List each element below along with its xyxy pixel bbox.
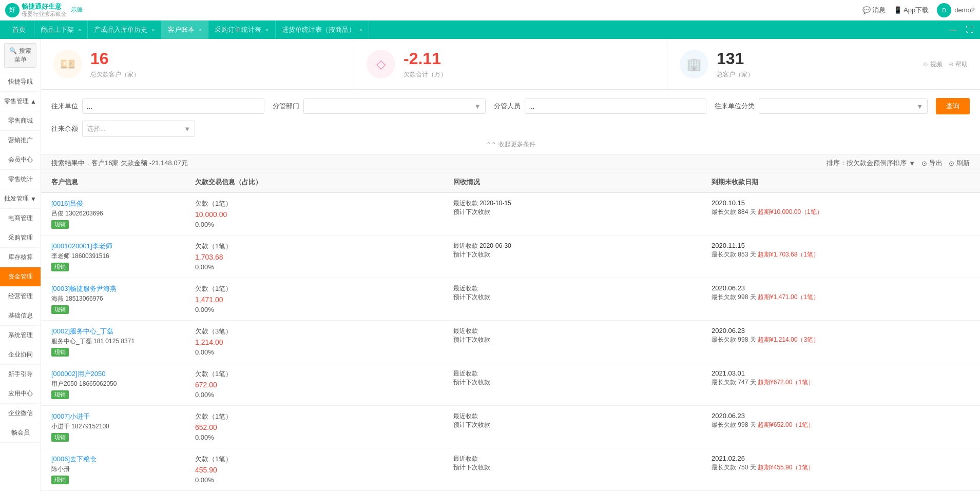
sidebar-item-basic-info[interactable]: 基础信息 <box>0 306 41 326</box>
table-row: [000001]黄思源 黄思源 13552700226 现销 欠款（1笔） 42… <box>41 491 980 493</box>
filter-category-select[interactable]: ▼ <box>759 98 928 114</box>
overdue-days-6: 最长欠款 998 天 超期¥652.00（1笔） <box>712 421 970 429</box>
maximize-btn[interactable]: ⛶ <box>964 25 976 34</box>
next-collection-3: 预计下次收款 <box>453 293 712 302</box>
filter-manager-input[interactable]: ... <box>525 98 707 114</box>
customer-info-7: [0006]去下粮仓 陈小册 现销 <box>51 455 195 484</box>
overdue-amount-6[interactable]: 超期¥652.00（1笔） <box>758 421 814 428</box>
app-download-btn[interactable]: 📱 App下载 <box>894 6 929 15</box>
tab-purchase-order[interactable]: 采购订单统计表 × <box>208 21 275 39</box>
overdue-amount-3[interactable]: 超期¥1,471.00（1笔） <box>758 293 819 301</box>
next-collection-7: 预计下次收款 <box>453 463 712 472</box>
due-info-1: 2020.10.15 最长欠款 884 天 超期¥10,000.00（1笔） <box>712 199 970 216</box>
query-button[interactable]: 查询 <box>936 98 970 114</box>
sidebar-item-member[interactable]: 会员中心 <box>0 150 41 170</box>
close-icon[interactable]: × <box>265 27 268 33</box>
overdue-amount-1[interactable]: 超期¥10,000.00（1笔） <box>758 208 823 215</box>
debt-ratio-5: 0.00% <box>195 391 453 399</box>
overdue-amount-7[interactable]: 超期¥455.90（1笔） <box>758 464 814 471</box>
minimize-btn[interactable]: — <box>947 25 959 34</box>
overdue-amount-4[interactable]: 超期¥1,214.00（3笔） <box>758 336 819 343</box>
collection-info-2: 最近收款 2020-06-30 预计下次收款 <box>453 242 712 259</box>
top-bar-left: 好 畅捷通好生意 母婴行业演示账套 示账 <box>5 3 83 17</box>
sidebar-item-wechat[interactable]: 企业微信 <box>0 404 41 423</box>
customer-name-6[interactable]: [0007]小进干 <box>51 412 195 421</box>
sidebar-item-marketing[interactable]: 营销推广 <box>0 131 41 150</box>
sidebar-item-operations[interactable]: 经营管理 <box>0 287 41 306</box>
stat-label-3: 总客户（家） <box>717 70 915 79</box>
sidebar-item-retail-mall[interactable]: 零售商城 <box>0 111 41 131</box>
tab-home[interactable]: 首页 <box>4 21 34 39</box>
sidebar-item-wholesale[interactable]: 批发管理▼ <box>0 189 41 209</box>
sidebar-item-cooperation[interactable]: 企业协同 <box>0 345 41 365</box>
debt-ratio-4: 0.00% <box>195 348 453 356</box>
overdue-amount-2[interactable]: 超期¥1,703.68（1笔） <box>758 251 819 258</box>
message-btn[interactable]: 💬 消息 <box>862 6 886 15</box>
close-icon[interactable]: × <box>199 27 202 33</box>
overdue-days-2: 最长欠款 853 天 超期¥1,703.68（1笔） <box>712 250 970 259</box>
col-header-collection: 回收情况 <box>453 178 712 187</box>
export-btn[interactable]: ⊙ 导出 <box>921 159 943 168</box>
sidebar-item-retail-stat[interactable]: 零售统计 <box>0 170 41 189</box>
due-date-5: 2021.03.01 <box>712 369 970 377</box>
debt-amount-3: 1,471.00 <box>195 295 453 304</box>
customer-name-3[interactable]: [0003]畅捷服务尹海燕 <box>51 284 195 293</box>
sidebar-item-guide[interactable]: 新手引导 <box>0 365 41 384</box>
debt-amount-4: 1,214.00 <box>195 338 453 346</box>
filter-department: 分管部门 ▼ <box>273 98 486 114</box>
due-date-7: 2021.02.26 <box>712 455 970 462</box>
collection-info-7: 最近收款 预计下次收款 <box>453 455 712 472</box>
sidebar-item-finance[interactable]: 资金管理 <box>0 267 41 287</box>
logo-area: 好 畅捷通好生意 母婴行业演示账套 <box>5 3 67 17</box>
video-btn[interactable]: ⊙ 视频 <box>923 60 942 69</box>
sidebar-item-inventory[interactable]: 库存核算 <box>0 248 41 267</box>
results-summary: 搜索结果中，客户16家 欠款金额 -21,148.07元 <box>51 159 188 168</box>
menu-toggle[interactable]: 示账 <box>71 6 83 14</box>
customer-name-2[interactable]: [0001020001]李老师 <box>51 242 195 251</box>
debt-amount-6: 652.00 <box>195 423 453 431</box>
sidebar-item-quicknav[interactable]: 快捷导航 <box>0 72 41 92</box>
customer-name-7[interactable]: [0006]去下粮仓 <box>51 455 195 464</box>
customer-phone-1: 吕俊 13026203696 <box>51 209 195 218</box>
results-info-bar: 搜索结果中，客户16家 欠款金额 -21,148.07元 排序：按欠款金额倒序排… <box>41 154 980 172</box>
user-menu[interactable]: D demo2 <box>937 3 975 17</box>
sidebar-item-retail-mgmt[interactable]: 零售管理▲ <box>0 92 41 111</box>
sidebar-item-changhui[interactable]: 畅会员 <box>0 423 41 443</box>
help-btn[interactable]: ⊙ 帮助 <box>949 60 968 69</box>
collapse-btn[interactable]: ⌃⌃ 收起更多条件 <box>486 140 535 149</box>
stat-number-3: 131 <box>717 49 915 68</box>
manager-dots-icon: ... <box>529 103 535 110</box>
sidebar-item-system[interactable]: 系统管理 <box>0 326 41 345</box>
filter-area: 往来单位 ... 分管部门 ▼ 分管人员 ... <box>41 90 980 154</box>
sidebar-item-ecommerce[interactable]: 电商管理 <box>0 209 41 228</box>
tab-incoming-stat[interactable]: 进货单统计表（按商品） × <box>276 21 369 39</box>
main-layout: 🔍 搜索菜单 快捷导航 零售管理▲ 零售商城 营销推广 会员中心 零售统计 批发… <box>0 39 980 493</box>
sidebar-item-appstore[interactable]: 应用中心 <box>0 384 41 404</box>
close-icon[interactable]: × <box>359 27 362 33</box>
filter-department-select[interactable]: ▼ <box>303 98 486 114</box>
close-icon[interactable]: × <box>78 27 81 33</box>
search-menu-btn[interactable]: 🔍 搜索菜单 <box>4 43 36 68</box>
results-actions: 排序：按欠款金额倒序排序 ▼ ⊙ 导出 ⊙ 刷新 <box>827 159 970 168</box>
sidebar-item-purchase[interactable]: 采购管理 <box>0 228 41 248</box>
debt-count-2: 欠款（1笔） <box>195 242 453 251</box>
filter-label-1: 往来单位 <box>51 102 78 111</box>
filter-balance-select[interactable]: 选择... ▼ <box>82 121 195 137</box>
tab-product-on-off[interactable]: 商品上下架 × <box>34 21 88 39</box>
sort-dropdown[interactable]: 排序：按欠款金额倒序排序 ▼ <box>827 159 915 168</box>
table-row: [0016]吕俊 吕俊 13026203696 现销 欠款（1笔） 10,000… <box>41 193 980 235</box>
refresh-btn[interactable]: ⊙ 刷新 <box>949 159 970 168</box>
customer-name-5[interactable]: [000002]用户2050 <box>51 369 195 379</box>
customer-name-4[interactable]: [0002]服务中心_丁磊 <box>51 327 195 336</box>
close-icon[interactable]: × <box>151 27 155 33</box>
debt-count-3: 欠款（1笔） <box>195 284 453 293</box>
customer-phone-6: 小进干 18279152100 <box>51 422 195 431</box>
due-info-5: 2021.03.01 最长欠款 747 天 超期¥672.00（1笔） <box>712 369 970 387</box>
tab-stock-history[interactable]: 产成品入库单历史 × <box>88 21 161 39</box>
overdue-amount-5[interactable]: 超期¥672.00（1笔） <box>758 379 814 386</box>
filter-counterpart-input[interactable]: ... <box>82 98 264 114</box>
sidebar-search-area: 🔍 搜索菜单 <box>0 39 41 72</box>
next-collection-4: 预计下次收款 <box>453 336 712 344</box>
tab-customer-account[interactable]: 客户账本 × <box>162 21 208 39</box>
customer-name-1[interactable]: [0016]吕俊 <box>51 199 195 208</box>
